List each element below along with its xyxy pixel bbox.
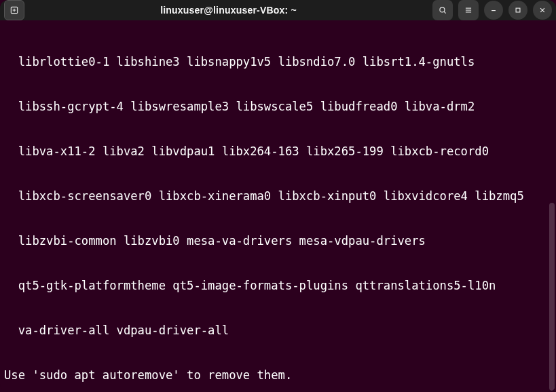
scroll-thumb[interactable] bbox=[549, 203, 555, 391]
scrollbar[interactable] bbox=[549, 30, 555, 391]
window-title: linuxuser@linuxuser-VBox: ~ bbox=[29, 3, 428, 18]
output-line: libzvbi-common libzvbi0 mesa-va-drivers … bbox=[4, 233, 552, 248]
minimize-icon bbox=[489, 5, 498, 15]
terminal-output[interactable]: librlottie0-1 libshine3 libsnappy1v5 lib… bbox=[0, 20, 556, 392]
svg-line-4 bbox=[444, 12, 446, 14]
output-line: libxcb-screensaver0 libxcb-xinerama0 lib… bbox=[4, 189, 552, 203]
new-tab-button[interactable] bbox=[4, 0, 24, 20]
output-line: va-driver-all vdpau-driver-all bbox=[4, 323, 552, 338]
menu-button[interactable] bbox=[458, 0, 479, 20]
minimize-button[interactable] bbox=[484, 1, 503, 20]
svg-rect-9 bbox=[516, 8, 520, 12]
search-button[interactable] bbox=[432, 0, 453, 20]
search-icon bbox=[438, 5, 447, 15]
svg-point-3 bbox=[440, 7, 445, 12]
close-icon bbox=[538, 5, 547, 15]
terminal-window: linuxuser@linuxuser-VBox: ~ bbox=[0, 0, 556, 392]
output-line: Use 'sudo apt autoremove' to remove them… bbox=[4, 368, 552, 383]
maximize-icon bbox=[513, 5, 523, 15]
output-line: libva-x11-2 libva2 libvdpau1 libx264-163… bbox=[4, 144, 552, 159]
maximize-button[interactable] bbox=[508, 1, 527, 20]
output-line: librlottie0-1 libshine3 libsnappy1v5 lib… bbox=[4, 54, 552, 69]
new-tab-icon bbox=[10, 5, 19, 15]
hamburger-icon bbox=[464, 5, 473, 15]
output-line: libssh-gcrypt-4 libswresample3 libswscal… bbox=[4, 99, 552, 114]
close-button[interactable] bbox=[533, 1, 552, 20]
output-line: qt5-gtk-platformtheme qt5-image-formats-… bbox=[4, 278, 552, 293]
titlebar: linuxuser@linuxuser-VBox: ~ bbox=[0, 0, 556, 20]
